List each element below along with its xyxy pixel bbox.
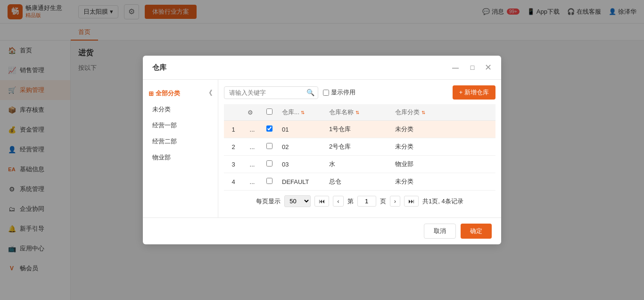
modal-overlay: 仓库 — □ ✕ ⊞ 全部分类 《 未分类 经营一部 经营二部: [0, 0, 644, 300]
modal-close-button[interactable]: ✕: [485, 62, 492, 73]
category-panel: ⊞ 全部分类 《 未分类 经营一部 经营二部 物业部: [143, 80, 218, 217]
warehouse-modal: 仓库 — □ ✕ ⊞ 全部分类 《 未分类 经营一部 经营二部: [143, 56, 501, 244]
cancel-button[interactable]: 取消: [424, 224, 456, 239]
col-name-header: 仓库名称 ⇅: [324, 104, 390, 121]
per-page-select[interactable]: 50 20 100: [284, 195, 311, 207]
col-check-header: [262, 104, 277, 121]
per-page-label: 每页显示: [256, 197, 281, 206]
modal-header: 仓库 — □ ✕: [143, 56, 501, 80]
sort-icon-cat: ⇅: [421, 110, 425, 115]
table-panel: 🔍 显示停用 + 新增仓库 ⚙: [218, 80, 501, 217]
row-options: ...: [243, 138, 262, 156]
category-property[interactable]: 物业部: [143, 150, 218, 166]
collapse-button[interactable]: 《: [206, 89, 212, 98]
row-name: 1号仓库: [324, 121, 390, 138]
pagination: 每页显示 50 20 100 ⏮ ‹ 第 页 › ⏭ 共1页, 4条记录: [224, 191, 495, 212]
table-row: 3 ... 03 水 物业部: [224, 156, 495, 173]
page-label: 第: [347, 197, 354, 206]
col-code-header: 仓库... ⇅: [277, 104, 324, 121]
sort-icon-name: ⇅: [355, 110, 359, 115]
category-all[interactable]: ⊞ 全部分类 《: [143, 85, 218, 101]
table-row: 4 ... DEFAULT 总仓 未分类: [224, 173, 495, 191]
show-disabled-checkbox[interactable]: [323, 90, 329, 96]
modal-body: ⊞ 全部分类 《 未分类 经营一部 经营二部 物业部 🔍: [143, 80, 501, 217]
category-unclassified[interactable]: 未分类: [143, 101, 218, 117]
table-toolbar: 🔍 显示停用 + 新增仓库: [224, 85, 495, 100]
table-scroll: ⚙ 仓库... ⇅ 仓库名称 ⇅: [224, 104, 495, 191]
row-checkbox[interactable]: [266, 178, 272, 184]
row-number: 2: [224, 138, 243, 156]
sort-icon-code: ⇅: [301, 110, 305, 115]
row-checkbox[interactable]: [266, 160, 272, 167]
modal-footer: 取消 确定: [143, 217, 501, 244]
minimize-button[interactable]: —: [451, 63, 460, 72]
row-category: 未分类: [390, 138, 495, 156]
search-wrap: 🔍: [224, 86, 318, 99]
row-options: ...: [243, 121, 262, 138]
last-page-button[interactable]: ⏭: [404, 196, 419, 207]
row-category: 未分类: [390, 173, 495, 191]
row-code: 01: [277, 121, 324, 138]
row-category: 物业部: [390, 156, 495, 173]
row-number: 4: [224, 173, 243, 191]
search-icon[interactable]: 🔍: [306, 89, 314, 96]
prev-page-button[interactable]: ‹: [333, 196, 343, 207]
category-dept1[interactable]: 经营一部: [143, 117, 218, 133]
row-code: 02: [277, 138, 324, 156]
first-page-button[interactable]: ⏮: [314, 196, 329, 207]
confirm-button[interactable]: 确定: [461, 224, 492, 239]
total-info: 共1页, 4条记录: [422, 197, 463, 206]
modal-title: 仓库: [152, 63, 166, 72]
table-row: 1 ... 01 1号仓库 未分类: [224, 121, 495, 138]
row-checkbox[interactable]: [266, 143, 272, 149]
row-checkbox-cell: [262, 121, 277, 138]
page-unit: 页: [380, 197, 386, 206]
row-checkbox-cell: [262, 173, 277, 191]
grid-icon: ⊞: [149, 90, 154, 97]
row-number: 3: [224, 156, 243, 173]
row-number: 1: [224, 121, 243, 138]
row-checkbox-cell: [262, 156, 277, 173]
col-num-header: [224, 104, 243, 121]
show-disabled-label[interactable]: 显示停用: [323, 88, 355, 97]
table-row: 2 ... 02 2号仓库 未分类: [224, 138, 495, 156]
row-name: 2号仓库: [324, 138, 390, 156]
add-warehouse-button[interactable]: + 新增仓库: [453, 85, 495, 100]
page-number-input[interactable]: [357, 196, 376, 207]
warehouse-table: ⚙ 仓库... ⇅ 仓库名称 ⇅: [224, 104, 495, 191]
search-input[interactable]: [224, 86, 318, 99]
row-category: 未分类: [390, 121, 495, 138]
select-all-checkbox[interactable]: [266, 108, 272, 115]
row-name: 水: [324, 156, 390, 173]
row-code: 03: [277, 156, 324, 173]
row-code: DEFAULT: [277, 173, 324, 191]
maximize-button[interactable]: □: [468, 63, 477, 72]
next-page-button[interactable]: ›: [390, 196, 400, 207]
row-options: ...: [243, 156, 262, 173]
row-checkbox-cell: [262, 138, 277, 156]
row-checkbox[interactable]: [266, 125, 272, 132]
row-options: ...: [243, 173, 262, 191]
category-dept2[interactable]: 经营二部: [143, 133, 218, 150]
table-header-row: ⚙ 仓库... ⇅ 仓库名称 ⇅: [224, 104, 495, 121]
col-settings-header: ⚙: [243, 104, 262, 121]
row-name: 总仓: [324, 173, 390, 191]
col-category-header: 仓库分类 ⇅: [390, 104, 495, 121]
